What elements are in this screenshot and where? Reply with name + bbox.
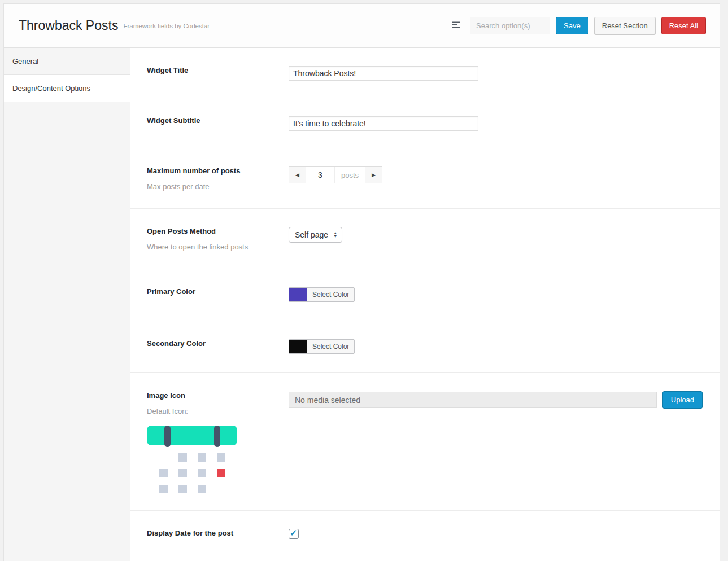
- select-value: Self page: [295, 230, 328, 239]
- field-title: Secondary Color: [147, 339, 272, 348]
- save-button[interactable]: Save: [556, 17, 588, 34]
- spinner-unit-label: posts: [334, 167, 365, 183]
- widget-title-input[interactable]: [289, 66, 478, 81]
- field-row-secondary-color: Secondary Color Select Color: [130, 321, 720, 373]
- check-icon: ✓: [290, 528, 297, 538]
- field-row-image-icon: Image Icon Default Icon: Upload: [130, 373, 720, 511]
- search-input[interactable]: [470, 17, 550, 34]
- primary-color-picker: Select Color: [289, 287, 355, 302]
- calendar-cell: [198, 453, 206, 462]
- calendar-grid: [159, 453, 237, 493]
- field-description: Max posts per date: [147, 182, 272, 191]
- primary-color-swatch[interactable]: [289, 288, 307, 301]
- max-posts-input[interactable]: [306, 167, 334, 183]
- media-field: Upload: [289, 391, 703, 409]
- secondary-color-picker: Select Color: [289, 339, 355, 354]
- page-title: Throwback Posts: [19, 18, 118, 33]
- calendar-pin-icon: [214, 426, 220, 447]
- calendar-cell: [217, 453, 225, 462]
- calendar-icon: [147, 426, 237, 493]
- up-down-arrows-icon: ▲ ▼: [333, 231, 337, 238]
- field-title: Widget Subtitle: [147, 116, 272, 125]
- field-row-primary-color: Primary Color Select Color: [130, 269, 720, 321]
- sidebar-item-design-content-options[interactable]: Design/Content Options: [4, 75, 130, 102]
- secondary-color-swatch[interactable]: [289, 340, 307, 353]
- expand-options-button[interactable]: [448, 17, 464, 34]
- header-actions: Save Reset Section Reset All: [448, 17, 706, 34]
- sidebar: General Design/Content Options: [4, 48, 130, 561]
- page-subtitle: Framework fields by Codestar: [123, 23, 210, 29]
- upload-button[interactable]: Upload: [662, 391, 703, 409]
- reset-section-button[interactable]: Reset Section: [594, 17, 656, 34]
- calendar-cell: [178, 485, 187, 493]
- align-lines-icon: [452, 20, 461, 31]
- calendar-cell: [178, 453, 187, 462]
- field-row-display-date: Display Date for the post ✓: [130, 511, 720, 556]
- calendar-cell-highlight: [217, 469, 225, 477]
- calendar-cell: [159, 485, 168, 493]
- spinner-decrement-button[interactable]: ◀: [289, 167, 306, 183]
- spinner-increment-button[interactable]: ▶: [365, 167, 382, 183]
- field-description: Where to open the linked posts: [147, 243, 272, 252]
- calendar-pin-icon: [164, 426, 171, 447]
- settings-panel: Throwback Posts Framework fields by Code…: [3, 3, 720, 561]
- default-icon-label: Default Icon:: [147, 407, 272, 416]
- widget-subtitle-input[interactable]: [289, 116, 478, 131]
- open-posts-method-select[interactable]: Self page ▲ ▼: [289, 227, 342, 243]
- display-date-checkbox[interactable]: ✓: [289, 529, 299, 539]
- field-title: Maximum number of posts: [147, 166, 272, 176]
- calendar-cell: [198, 485, 206, 493]
- field-row-widget-subtitle: Widget Subtitle: [130, 98, 720, 148]
- reset-all-button[interactable]: Reset All: [661, 17, 706, 34]
- field-row-open-posts-method: Open Posts Method Where to open the link…: [130, 209, 720, 269]
- media-placeholder-input[interactable]: [289, 392, 657, 408]
- calendar-cell: [198, 469, 206, 477]
- calendar-cell: [178, 469, 187, 477]
- sidebar-item-general[interactable]: General: [4, 48, 130, 75]
- field-row-widget-title: Widget Title: [130, 48, 720, 98]
- calendar-cell: [159, 469, 168, 477]
- field-title: Display Date for the post: [147, 529, 272, 538]
- primary-select-color-button[interactable]: Select Color: [307, 288, 354, 301]
- header: Throwback Posts Framework fields by Code…: [4, 4, 720, 48]
- secondary-select-color-button[interactable]: Select Color: [307, 340, 354, 353]
- main-content: Widget Title Widget Subtitle Maximum num…: [130, 48, 720, 561]
- max-posts-stepper: ◀ posts ▶: [289, 166, 382, 183]
- field-row-max-posts: Maximum number of posts Max posts per da…: [130, 148, 720, 209]
- field-title: Open Posts Method: [147, 227, 272, 236]
- field-title: Image Icon: [147, 391, 272, 400]
- calendar-bar: [147, 426, 237, 445]
- left-triangle-icon: ◀: [295, 172, 299, 178]
- field-title: Widget Title: [147, 66, 272, 75]
- field-title: Primary Color: [147, 287, 272, 296]
- right-triangle-icon: ▶: [372, 172, 376, 178]
